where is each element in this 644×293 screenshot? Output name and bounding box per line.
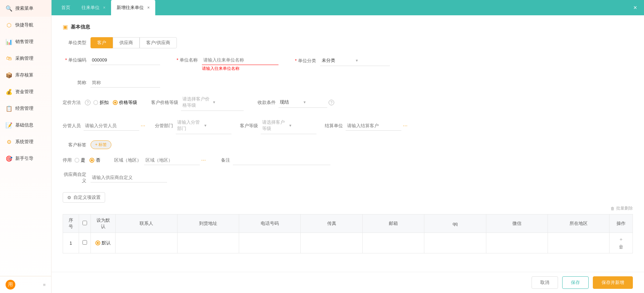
row-checkbox[interactable] bbox=[79, 233, 91, 253]
sidebar-item-finance[interactable]: 💰 资金管理 bbox=[0, 83, 51, 100]
contacts-table: 序号 设为默认 联系人 到货地址 电话号码 传真 邮箱 qq 微信 所在地区 操… bbox=[63, 214, 633, 253]
tab-new-partner-close[interactable]: × bbox=[147, 5, 150, 10]
pricing-method-group: 定价方法 ? 折扣 价格等级 bbox=[63, 99, 137, 106]
form-content: ▣ 基本信息 单位类型 客户 供应商 客户/供应商 单位编码 bbox=[52, 15, 644, 272]
save-new-button[interactable]: 保存并新增 bbox=[593, 276, 633, 289]
department-dropdown-icon: ▾ bbox=[204, 123, 230, 128]
type-btn-customer[interactable]: 客户 bbox=[91, 37, 113, 48]
sidebar-item-basic[interactable]: 📝 基础信息 bbox=[0, 117, 51, 133]
sidebar-item-operations[interactable]: 📋 经营管理 bbox=[0, 100, 51, 117]
row-contact[interactable] bbox=[116, 233, 177, 253]
pricing-discount-radio[interactable]: 折扣 bbox=[93, 99, 109, 106]
row-email[interactable] bbox=[362, 233, 424, 253]
address-input[interactable] bbox=[181, 241, 235, 246]
settlement-input[interactable] bbox=[346, 121, 401, 131]
default-radio[interactable] bbox=[95, 241, 100, 245]
unit-name-input[interactable] bbox=[202, 55, 278, 65]
unit-category-group: 单位分类 未分类 ▾ bbox=[292, 55, 390, 66]
customer-price-dropdown-icon: ▾ bbox=[213, 100, 242, 105]
contact-input[interactable] bbox=[119, 241, 173, 246]
add-row-button[interactable]: ＋ bbox=[617, 236, 625, 243]
row-address[interactable] bbox=[177, 233, 239, 253]
disabled-group: 停用 是 否 bbox=[63, 157, 100, 163]
custom-settings-button[interactable]: ⚙ 自定义项设置 bbox=[63, 192, 105, 203]
payment-condition-select[interactable]: 现结 ▾ bbox=[278, 97, 327, 108]
pricing-level-radio[interactable]: 价格等级 bbox=[113, 99, 137, 106]
settings-icon: ⚙ bbox=[67, 195, 71, 200]
row-wechat[interactable] bbox=[486, 233, 548, 253]
col-fax: 传真 bbox=[301, 214, 362, 233]
remarks-input[interactable] bbox=[233, 155, 330, 165]
sidebar-item-system[interactable]: ⚙ 系统管理 bbox=[0, 133, 51, 150]
payment-help-icon[interactable]: ? bbox=[329, 100, 334, 105]
delete-row-button[interactable]: 🗑 bbox=[617, 243, 625, 250]
cancel-button[interactable]: 取消 bbox=[532, 276, 558, 289]
wechat-input[interactable] bbox=[490, 241, 544, 246]
newuser-icon: 🎯 bbox=[6, 155, 13, 162]
region-more-btn[interactable]: ··· bbox=[200, 157, 207, 163]
region-group: 区域（地区） ··· bbox=[114, 155, 207, 165]
row-region[interactable] bbox=[548, 233, 609, 253]
unit-code-input[interactable] bbox=[91, 55, 160, 65]
sidebar-item-quicknav[interactable]: ⬡ 快捷导航 bbox=[0, 17, 51, 33]
type-btn-supplier[interactable]: 供应商 bbox=[113, 37, 140, 48]
tab-new-partner[interactable]: 新增往来单位 × bbox=[111, 0, 155, 15]
row-default[interactable]: 默认 bbox=[91, 233, 115, 253]
settlement-more-btn[interactable]: ··· bbox=[401, 123, 409, 129]
col-email: 邮箱 bbox=[362, 214, 424, 233]
type-buttons: 客户 供应商 客户/供应商 bbox=[91, 37, 177, 48]
section-title: 基本信息 bbox=[71, 24, 90, 30]
manager-more-btn[interactable]: ··· bbox=[139, 123, 147, 129]
region-cell-input[interactable] bbox=[551, 241, 606, 246]
no-radio-circle bbox=[89, 158, 94, 163]
type-btn-both[interactable]: 客户/供应商 bbox=[140, 37, 177, 48]
purchase-icon: 🛍 bbox=[6, 55, 13, 62]
manager-group: 分管人员 ··· bbox=[63, 121, 147, 131]
customer-price-select[interactable]: 请选择客户价格等级 ▾ bbox=[181, 94, 244, 111]
department-label: 分管部门 bbox=[155, 123, 176, 129]
sidebar-item-inventory[interactable]: 📦 库存核算 bbox=[0, 67, 51, 83]
batch-delete-button[interactable]: 🗑 批量删除 bbox=[611, 205, 633, 211]
abbr-input[interactable] bbox=[91, 78, 160, 88]
region-label: 区域（地区） bbox=[114, 157, 144, 163]
sidebar-item-purchase[interactable]: 🛍 采购管理 bbox=[0, 50, 51, 67]
customer-level-select[interactable]: 请选择客户等级 ▾ bbox=[261, 117, 316, 134]
tab-partner-close[interactable]: × bbox=[103, 5, 105, 10]
sidebar-expand-icon[interactable]: ≡ bbox=[43, 282, 46, 287]
sidebar-item-search[interactable]: 🔍 搜索菜单 bbox=[0, 0, 51, 17]
customer-price-group: 客户价格等级 请选择客户价格等级 ▾ bbox=[151, 94, 244, 111]
add-tag-button[interactable]: + 标签 bbox=[91, 140, 111, 149]
email-input[interactable] bbox=[366, 241, 421, 246]
qq-input[interactable] bbox=[428, 241, 482, 246]
close-all-tabs[interactable]: × bbox=[630, 4, 640, 11]
manager-input[interactable] bbox=[84, 121, 139, 131]
col-qq: qq bbox=[424, 214, 486, 233]
row-phone[interactable] bbox=[239, 233, 300, 253]
tab-home[interactable]: 首页 bbox=[56, 0, 76, 15]
region-input[interactable] bbox=[144, 155, 200, 165]
supplier-custom-label: 供应商自定义 bbox=[63, 171, 91, 184]
phone-input[interactable] bbox=[243, 241, 297, 246]
save-button[interactable]: 保存 bbox=[562, 276, 589, 289]
pricing-help-icon[interactable]: ? bbox=[85, 100, 91, 105]
user-avatar: 用 bbox=[6, 280, 15, 290]
row-fax[interactable] bbox=[301, 233, 362, 253]
department-select[interactable]: 请输入分管部门 ▾ bbox=[176, 117, 231, 134]
tab-partner[interactable]: 往来单位 × bbox=[76, 0, 111, 15]
supplier-custom-input[interactable] bbox=[91, 173, 167, 182]
disabled-no-radio[interactable]: 否 bbox=[89, 157, 100, 163]
price-level-radio-circle bbox=[113, 100, 118, 105]
fax-input[interactable] bbox=[304, 241, 359, 246]
sidebar-item-newuser[interactable]: 🎯 新手引导 bbox=[0, 150, 51, 167]
settlement-group: 结算单位 ··· bbox=[325, 121, 409, 131]
finance-icon: 💰 bbox=[6, 88, 13, 95]
disabled-yes-radio[interactable]: 是 bbox=[74, 157, 85, 163]
row-qq[interactable] bbox=[424, 233, 486, 253]
unit-name-error: 请输入往来单位名称 bbox=[202, 66, 239, 72]
select-all-checkbox[interactable] bbox=[83, 221, 87, 225]
tab-bar: 首页 往来单位 × 新增往来单位 × × bbox=[52, 0, 644, 15]
sidebar-item-sales[interactable]: 📊 销售管理 bbox=[0, 33, 51, 50]
row-select-checkbox[interactable] bbox=[83, 240, 87, 245]
unit-category-select[interactable]: 未分类 ▾ bbox=[320, 55, 390, 66]
col-default: 设为默认 bbox=[91, 214, 115, 233]
